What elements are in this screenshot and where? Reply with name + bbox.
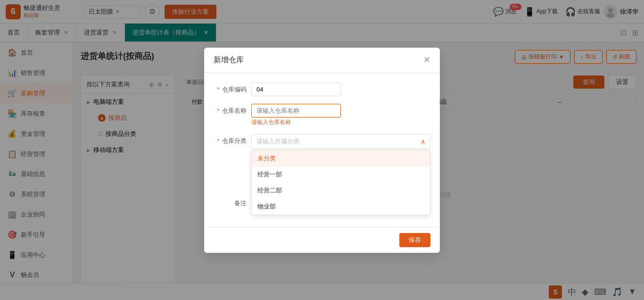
name-label: * 仓库名称 xyxy=(214,104,247,115)
form-row-category: * 仓库分类 请输入所属分类 ∧ 未分类 经营一部 经营二部 物业部 xyxy=(214,134,430,149)
form-row-name: * 仓库名称 请输入仓库名称 xyxy=(214,104,430,126)
category-dropdown[interactable]: 请输入所属分类 ∧ xyxy=(251,134,430,149)
dropdown-item-dept1[interactable]: 经营一部 xyxy=(252,167,430,183)
category-field-wrap: 请输入所属分类 ∧ 未分类 经营一部 经营二部 物业部 xyxy=(251,134,430,149)
modal-footer: 保存 xyxy=(204,227,440,253)
code-input[interactable] xyxy=(251,83,341,96)
name-input[interactable] xyxy=(251,104,341,117)
code-field-wrap xyxy=(251,83,430,96)
dropdown-item-property[interactable]: 物业部 xyxy=(252,199,430,215)
modal-title: 新增仓库 xyxy=(214,55,244,65)
category-label: * 仓库分类 xyxy=(214,134,247,145)
modal-new-warehouse: 新增仓库 ✕ * 仓库编码 * 仓库名称 xyxy=(204,48,440,253)
save-btn[interactable]: 保存 xyxy=(399,233,430,247)
modal-overlay: 新增仓库 ✕ * 仓库编码 * 仓库名称 xyxy=(0,0,644,300)
category-placeholder: 请输入所属分类 xyxy=(256,137,299,146)
code-label: * 仓库编码 xyxy=(214,83,247,94)
modal-body: * 仓库编码 * 仓库名称 请输入仓库名称 xyxy=(204,73,440,227)
modal-header: 新增仓库 ✕ xyxy=(204,48,440,73)
form-row-code: * 仓库编码 xyxy=(214,83,430,96)
name-required-mark: * xyxy=(217,107,219,114)
dropdown-item-uncategorized[interactable]: 未分类 xyxy=(252,150,430,167)
category-arrow-icon: ∧ xyxy=(421,138,425,145)
name-error-text: 请输入仓库名称 xyxy=(251,118,430,126)
modal-close-icon[interactable]: ✕ xyxy=(423,56,430,64)
cat-required-mark: * xyxy=(217,137,219,144)
name-field-wrap: 请输入仓库名称 xyxy=(251,104,430,126)
note-label: 备注 xyxy=(214,196,247,208)
required-mark: * xyxy=(217,86,219,93)
dropdown-item-dept2[interactable]: 经营二部 xyxy=(252,183,430,199)
category-dropdown-list: 未分类 经营一部 经营二部 物业部 xyxy=(251,150,430,215)
